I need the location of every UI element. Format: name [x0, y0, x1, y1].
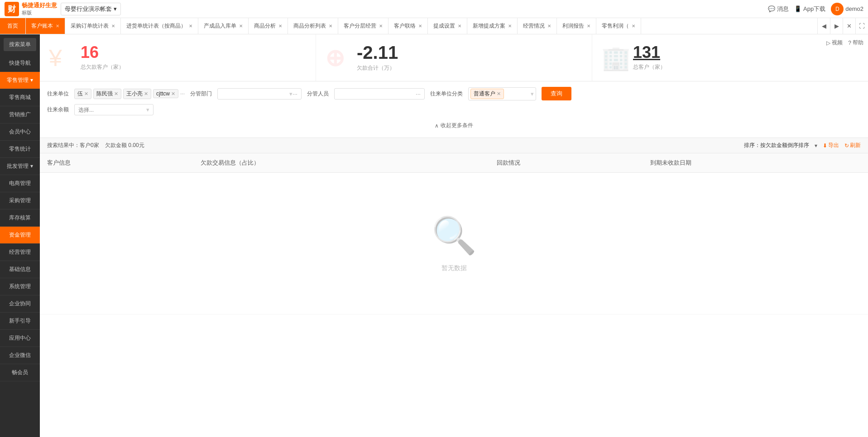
tab-retail-profit[interactable]: 零售利润（ ✕: [596, 18, 641, 34]
sidebar-item-enterprise-collab[interactable]: 企业协同: [0, 295, 40, 313]
sidebar-item-member-center[interactable]: 会员中心: [0, 124, 40, 141]
sidebar-item-inventory[interactable]: 库存核算: [0, 209, 40, 227]
tab-close-icon[interactable]: ✕: [329, 24, 332, 28]
tab-customer-contact[interactable]: 客户联络 ✕: [388, 18, 428, 34]
video-link[interactable]: ▷ 视频: [826, 39, 843, 47]
sidebar-item-new-guide[interactable]: 新手引导: [0, 313, 40, 330]
person-filter-input[interactable]: ···: [334, 88, 425, 100]
user-menu[interactable]: D demo2: [831, 3, 863, 15]
sidebar-item-chang-member[interactable]: 畅会员: [0, 364, 40, 381]
unit-type-select[interactable]: 普通客户 ✕ ▾: [468, 87, 536, 100]
remove-tag-icon[interactable]: ✕: [171, 91, 175, 97]
tab-close-icon[interactable]: ✕: [56, 24, 59, 28]
main-layout: 搜索菜单 快捷导航 零售管理 ▾ 零售商城 营销推广 会员中心 零售统计 批发管…: [0, 34, 868, 437]
tab-close-icon[interactable]: ✕: [189, 24, 192, 28]
unit-type-tag: 普通客户 ✕: [470, 89, 504, 99]
tab-purchase-stat[interactable]: 进货单统计表（按商品） ✕: [121, 18, 198, 34]
remove-tag-icon[interactable]: ✕: [84, 91, 88, 97]
account-selector[interactable]: 母婴行业演示帐套 ▾: [61, 3, 121, 15]
collapse-button[interactable]: ∧ 收起更多条件: [435, 119, 473, 132]
balance-filter-input[interactable]: ▾: [74, 104, 153, 115]
plus-bg-icon: ⊕: [325, 44, 345, 71]
top-bar-left: 财 畅捷通好生意 标版 母婴行业演示帐套 ▾: [5, 1, 121, 16]
remove-tag-icon[interactable]: ✕: [144, 91, 148, 97]
sidebar-item-quick-nav[interactable]: 快捷导航: [0, 55, 40, 72]
sidebar-item-basic-info[interactable]: 基础信息: [0, 261, 40, 278]
tab-arrows: ◀ ▶ ✕ ⛶: [817, 18, 868, 34]
tab-close-icon[interactable]: ✕: [379, 24, 383, 28]
sidebar-item-marketing[interactable]: 营销推广: [0, 106, 40, 124]
sidebar-item-retail-mall[interactable]: 零售商城: [0, 89, 40, 106]
tab-business-status[interactable]: 经营情况 ✕: [518, 18, 557, 34]
tab-next-arrow[interactable]: ▶: [830, 18, 843, 34]
person-more-icon[interactable]: ···: [416, 90, 421, 97]
more-tags-btn[interactable]: ···: [180, 90, 185, 97]
unit-tag-1: 伍 ✕: [74, 89, 91, 99]
sidebar-item-operations[interactable]: 经营管理: [0, 244, 40, 261]
unit-tag-2: 陈民强 ✕: [93, 89, 121, 99]
tab-commission-settings[interactable]: 提成设置 ✕: [428, 18, 467, 34]
tab-close-icon[interactable]: ✕: [632, 24, 635, 28]
chevron-down-icon[interactable]: ▾: [815, 142, 817, 149]
tab-home[interactable]: 首页: [0, 18, 26, 34]
export-button[interactable]: ⬇ 导出: [823, 142, 839, 149]
chevron-down-icon: ▾: [30, 77, 33, 83]
tab-close-icon[interactable]: ✕: [547, 24, 551, 28]
sidebar-item-retail[interactable]: 零售管理 ▾: [0, 72, 40, 89]
tab-customer-ledger[interactable]: 客户账本 ✕: [26, 18, 65, 34]
app-download-btn[interactable]: 📱 App下载: [794, 5, 825, 13]
query-button[interactable]: 查询: [542, 87, 571, 100]
sidebar-item-purchase[interactable]: 采购管理: [0, 192, 40, 209]
sidebar-item-ecommerce[interactable]: 电商管理: [0, 175, 40, 192]
table-header: 客户信息 欠款交易信息（占比） 回款情况 到期未收款日期: [40, 153, 868, 173]
refresh-button[interactable]: ↻ 刷新: [844, 142, 861, 149]
help-link[interactable]: ? 帮助: [848, 39, 863, 47]
logo-area: 财 畅捷通好生意 标版: [5, 1, 57, 16]
sidebar-item-system[interactable]: 系统管理: [0, 278, 40, 295]
tab-close-icon[interactable]: ✕: [111, 24, 115, 28]
tab-add-commission[interactable]: 新增提成方案 ✕: [467, 18, 518, 34]
stat-value-debt: -2.11: [357, 43, 398, 62]
empty-cell: 🔍 暂无数据: [40, 173, 868, 314]
download-icon: ⬇: [823, 142, 827, 149]
tab-close-icon[interactable]: ✕: [418, 24, 422, 28]
avatar: D: [831, 3, 844, 15]
balance-input[interactable]: [78, 107, 146, 113]
sidebar-item-app-center[interactable]: 应用中心: [0, 330, 40, 347]
remove-tag-icon[interactable]: ✕: [114, 91, 118, 97]
sidebar-item-wholesale[interactable]: 批发管理 ▾: [0, 158, 40, 175]
dept-filter-input[interactable]: ▾ ···: [217, 88, 302, 100]
tab-close-icon[interactable]: ✕: [508, 24, 512, 28]
tab-fullscreen[interactable]: ⛶: [855, 18, 868, 34]
sidebar-item-enterprise-wechat[interactable]: 企业微信: [0, 347, 40, 364]
stat-value-all-customers: 131: [633, 44, 660, 61]
stat-total-all-customers: 🏢 131 总客户（家） ▷ 视频 ? 帮助: [592, 34, 868, 81]
tab-close-icon[interactable]: ✕: [239, 24, 243, 28]
question-icon: ?: [848, 40, 851, 46]
tab-close-icon[interactable]: ✕: [587, 24, 590, 28]
dept-input[interactable]: [221, 90, 289, 97]
tab-close-icon[interactable]: ✕: [278, 24, 282, 28]
tab-close-all[interactable]: ✕: [843, 18, 855, 34]
tab-purchase-order[interactable]: 采购订单统计表 ✕: [65, 18, 121, 34]
balance-filter-label: 往来余额: [47, 106, 69, 114]
tab-prev-arrow[interactable]: ◀: [817, 18, 830, 34]
unit-tag-4: cjttcw ✕: [153, 89, 178, 98]
tab-close-icon[interactable]: ✕: [458, 24, 461, 28]
messages-btn[interactable]: 💬 消息: [768, 5, 789, 13]
tab-product-analysis-list[interactable]: 商品分析列表 ✕: [288, 18, 338, 34]
tab-profit-report[interactable]: 利润报告 ✕: [557, 18, 596, 34]
sidebar-item-finance[interactable]: 资金管理: [0, 227, 40, 244]
tab-product-analysis[interactable]: 商品分析 ✕: [249, 18, 288, 34]
search-menu-button[interactable]: 搜索菜单: [4, 38, 36, 51]
stats-bar: ¥ 16 总欠款客户（家） ⊕ -2.11 欠款合计（万） 🏢 131 总客户（…: [40, 34, 868, 81]
tab-customer-tier[interactable]: 客户分层经营 ✕: [338, 18, 388, 34]
empty-state: 🔍 暂无数据: [47, 178, 861, 309]
video-help-area: ▷ 视频 ? 帮助: [826, 39, 863, 47]
person-input[interactable]: [338, 90, 416, 97]
dept-more-icon[interactable]: ···: [293, 90, 297, 97]
table-body: 🔍 暂无数据: [40, 173, 868, 314]
remove-type-tag-icon[interactable]: ✕: [497, 91, 501, 97]
tab-product-storage[interactable]: 产成品入库单 ✕: [198, 18, 249, 34]
sidebar-item-retail-stats[interactable]: 零售统计: [0, 141, 40, 158]
